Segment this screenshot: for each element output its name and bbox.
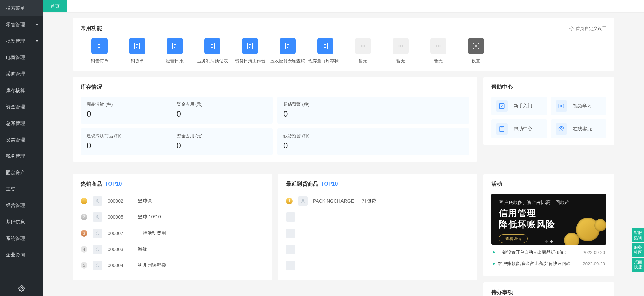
quick-func-icon [317, 38, 333, 54]
quick-func-label: 经营日报 [166, 58, 184, 64]
float-tab-1[interactable]: 服务社区 [632, 243, 644, 257]
quick-func-icon [167, 38, 183, 54]
sidebar-item-7[interactable]: 总账管理 [0, 115, 43, 132]
activity-banner[interactable]: 客户账款多、资金占比高、回款难 信用管理降低坏账风险 查看详情 [491, 194, 606, 245]
sidebar-item-9[interactable]: 税务管理 [0, 148, 43, 164]
chevron-down-icon [36, 40, 38, 42]
sidebar-item-label: 搜索菜单 [6, 5, 25, 11]
quick-func-label: 暂无 [434, 58, 443, 64]
help-item-0[interactable]: 新手入门 [491, 97, 547, 115]
float-tab-2[interactable]: 桌面快捷 [632, 258, 644, 272]
svg-point-48 [97, 215, 98, 217]
quick-func-7[interactable]: 暂无 [344, 38, 382, 64]
sidebar-item-12[interactable]: 经营管理 [0, 197, 43, 214]
help-icon [496, 123, 508, 135]
help-item-2[interactable]: 帮助中心 [491, 119, 547, 138]
hot-item[interactable]: 3000007主持活动费用 [81, 225, 262, 241]
sidebar-settings[interactable] [0, 281, 43, 296]
sidebar-item-4[interactable]: 采购管理 [0, 66, 43, 82]
sidebar-item-13[interactable]: 基础信息 [0, 214, 43, 230]
recent-item-empty [286, 225, 467, 241]
stat-label: 资金占用 (元) [177, 133, 267, 139]
quick-func-0[interactable]: 销售订单 [81, 38, 118, 64]
sidebar-item-15[interactable]: 企业协同 [0, 247, 43, 263]
stat-box: 建议淘汰商品 (种)0 资金占用 (元)0 [81, 128, 273, 155]
activity-card: 活动 客户账款多、资金占比高、回款难 信用管理降低坏账风险 查看详情 [483, 174, 614, 276]
empty-thumb [286, 229, 295, 238]
hot-item[interactable]: 4000003游泳 [81, 241, 262, 257]
help-icon [496, 100, 508, 112]
sidebar-item-0[interactable]: 搜索菜单 [0, 0, 43, 16]
quick-func-label: 钱货日清工作台 [235, 58, 266, 64]
help-item-1[interactable]: 视频学习 [551, 97, 606, 115]
recent-item[interactable]: 1PACKINGCHARGE打包费 [286, 193, 467, 209]
sidebar-item-6[interactable]: 资金管理 [0, 99, 43, 115]
sidebar-item-label: 工资 [6, 186, 15, 192]
stat-box: 商品滞销 (种)0 资金占用 (元)0 [81, 97, 273, 124]
help-item-3[interactable]: 在线客服 [551, 119, 606, 138]
product-code: 000007 [108, 231, 132, 236]
activity-item[interactable]: 一键设置开单自动带出商品折扣价！2022-09-20 [491, 247, 606, 258]
activity-date: 2022-09-20 [583, 250, 605, 255]
sidebar-item-3[interactable]: 电商管理 [0, 49, 43, 66]
activity-text: 客户账款多,资金占比高,如何快速回款! [498, 261, 583, 267]
empty-thumb [286, 212, 295, 222]
quick-func-6[interactable]: 现存量（库存状... [307, 38, 344, 64]
quick-func-icon [129, 38, 145, 54]
sidebar-item-2[interactable]: 批发管理 [0, 33, 43, 49]
quick-func-2[interactable]: 经营日报 [156, 38, 194, 64]
quick-func-label: 暂无 [359, 58, 367, 64]
quick-func-icon [468, 38, 484, 54]
product-thumb [298, 196, 308, 206]
sidebar-item-label: 基础信息 [6, 219, 25, 225]
hot-products-card: 热销商品TOP10 1000002篮球课2000005篮球 10*1030000… [73, 174, 272, 280]
sidebar-item-1[interactable]: 零售管理 [0, 16, 43, 33]
sidebar-item-5[interactable]: 库存核算 [0, 82, 43, 99]
quick-func-label: 销货单 [131, 58, 144, 64]
topbar: 首页 [43, 0, 644, 13]
help-card: 帮助中心 新手入门视频学习帮助中心在线客服 [483, 77, 614, 145]
quick-func-label: 销售订单 [91, 58, 108, 64]
fullscreen-button[interactable] [634, 2, 642, 10]
help-icon [556, 123, 567, 135]
sidebar-item-8[interactable]: 发票管理 [0, 132, 43, 148]
hot-item[interactable]: 1000002篮球课 [81, 193, 262, 209]
svg-point-39 [475, 45, 477, 47]
recent-item-empty [286, 209, 467, 225]
sidebar-item-label: 电商管理 [6, 55, 25, 61]
hot-item[interactable]: 5000004幼儿园课程额 [81, 257, 262, 274]
svg-point-51 [97, 264, 98, 265]
inventory-title: 库存情况 [81, 84, 102, 91]
quick-func-3[interactable]: 业务利润预估表 [194, 38, 231, 64]
sidebar-item-label: 税务管理 [6, 153, 25, 159]
sidebar-item-label: 经营管理 [6, 203, 25, 209]
svg-point-32 [364, 45, 365, 46]
stat-value: 0 [283, 109, 463, 119]
quick-func-5[interactable]: 应收应付余额查询 [269, 38, 307, 64]
sidebar-item-label: 总账管理 [6, 120, 25, 127]
tab-home[interactable]: 首页 [43, 0, 67, 12]
product-name: 篮球 10*10 [138, 214, 262, 220]
sidebar: 搜索菜单零售管理批发管理电商管理采购管理库存核算资金管理总账管理发票管理税务管理… [0, 0, 43, 296]
quick-func-9[interactable]: 暂无 [419, 38, 457, 64]
stat-label: 超储预警 (种) [283, 101, 463, 107]
svg-point-47 [97, 199, 98, 201]
quick-func-10[interactable]: 设置 [457, 38, 495, 64]
sidebar-item-label: 资金管理 [6, 104, 25, 110]
quick-func-8[interactable]: 暂无 [382, 38, 419, 64]
help-label: 在线客服 [573, 126, 592, 132]
sidebar-item-11[interactable]: 工资 [0, 181, 43, 197]
product-code: 000004 [108, 263, 132, 268]
quick-func-1[interactable]: 销货单 [118, 38, 156, 64]
float-tab-0[interactable]: 客服热线 [632, 228, 644, 242]
recent-suffix: TOP10 [321, 181, 338, 187]
rank-badge: 3 [81, 230, 87, 237]
sidebar-item-10[interactable]: 固定资产 [0, 164, 43, 181]
activity-item[interactable]: 客户账款多,资金占比高,如何快速回款!2022-09-20 [491, 258, 606, 269]
product-thumb [93, 196, 102, 206]
stat-value: 0 [177, 141, 267, 150]
sidebar-item-14[interactable]: 系统管理 [0, 230, 43, 247]
customize-link[interactable]: 首页自定义设置 [569, 26, 606, 32]
quick-func-4[interactable]: 钱货日清工作台 [231, 38, 269, 64]
hot-item[interactable]: 2000005篮球 10*10 [81, 209, 262, 225]
